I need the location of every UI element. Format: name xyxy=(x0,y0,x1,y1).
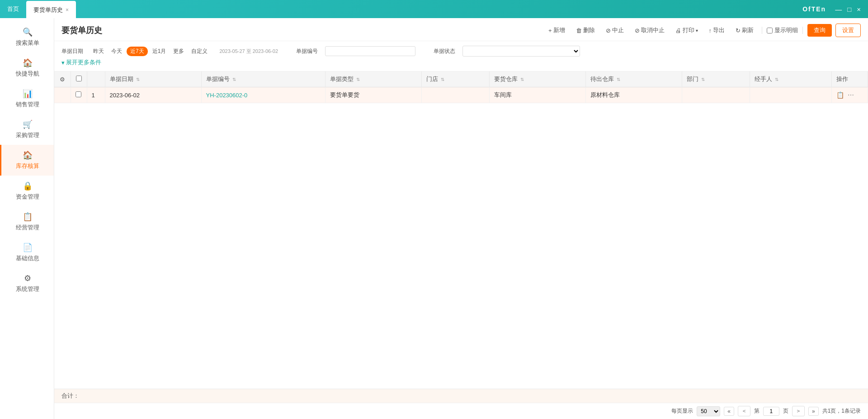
tab-close-icon[interactable]: × xyxy=(66,7,69,13)
op-view-icon[interactable]: 📋 xyxy=(836,91,844,99)
table-header-row: ⚙ 单据日期 ⇅ 单据编号 ⇅ xyxy=(54,71,868,87)
th-doc-date-label: 单据日期 xyxy=(110,76,133,82)
stop-button[interactable]: ⊘ 中止 xyxy=(602,24,627,36)
top-bar: 首页 要货单历史 × OfTEn — □ × xyxy=(0,0,868,18)
table-settings-icon[interactable]: ⚙ xyxy=(60,76,65,83)
sort-pending-wh-icon: ⇅ xyxy=(617,77,620,82)
next-page-button[interactable]: ＞ xyxy=(792,406,805,416)
content-area: 要货单历史 + 新增 🗑 删除 ⊘ 中止 ⊘ 取消中止 xyxy=(54,18,868,419)
sort-doc-no-icon: ⇅ xyxy=(232,77,236,82)
date-btn-custom[interactable]: 自定义 xyxy=(189,47,210,56)
sidebar-item-purchase-label: 采购管理 xyxy=(16,131,39,139)
pagination-bar: 每页显示 10 20 50 100 « ＜ 第 页 ＞ » 共1页，1条记录 xyxy=(54,403,868,419)
print-icon: 🖨 xyxy=(675,27,681,34)
lock-icon: 🔒 xyxy=(23,181,33,191)
show-detail-checkbox[interactable] xyxy=(767,28,773,33)
th-rowno xyxy=(87,71,105,87)
th-doc-no[interactable]: 单据编号 ⇅ xyxy=(201,71,325,87)
first-page-button[interactable]: « xyxy=(724,407,734,416)
page-size-select[interactable]: 10 20 50 100 xyxy=(697,406,720,416)
brand-text: OfTEn xyxy=(802,5,826,13)
page-number-input[interactable] xyxy=(763,407,779,416)
refresh-label: 刷新 xyxy=(742,26,754,34)
select-all-checkbox[interactable] xyxy=(76,76,82,81)
sidebar-item-quicknav-label: 快捷导航 xyxy=(16,70,39,78)
page-header: 要货单历史 + 新增 🗑 删除 ⊘ 中止 ⊘ 取消中止 xyxy=(54,18,868,41)
maximize-icon[interactable]: □ xyxy=(847,5,851,13)
export-button[interactable]: ↑ 导出 xyxy=(705,24,729,36)
settings-button[interactable]: 设置 xyxy=(835,24,861,37)
new-button[interactable]: + 新增 xyxy=(545,24,569,36)
expand-label: 展开更多条件 xyxy=(66,58,101,67)
tab-home[interactable]: 首页 xyxy=(0,0,26,18)
sidebar-item-sales[interactable]: 📊 销售管理 xyxy=(0,83,54,114)
th-department[interactable]: 部门 ⇅ xyxy=(682,71,750,87)
date-btn-today[interactable]: 今天 xyxy=(108,47,125,56)
th-req-warehouse-label: 要货仓库 xyxy=(494,76,518,82)
stop-label: 中止 xyxy=(612,26,624,34)
page-input-prefix: 第 xyxy=(754,407,760,415)
cancel-stop-button[interactable]: ⊘ 取消中止 xyxy=(631,24,668,36)
expand-more-conditions[interactable]: ▾ 展开更多条件 xyxy=(61,58,861,67)
th-pending-warehouse[interactable]: 待出仓库 ⇅ xyxy=(585,71,682,87)
print-button[interactable]: 🖨 打印 ▾ xyxy=(672,24,702,36)
sort-doc-date-icon: ⇅ xyxy=(136,77,140,82)
prev-page-button[interactable]: ＜ xyxy=(738,406,750,416)
date-btn-last1month[interactable]: 近1月 xyxy=(150,47,169,56)
operations-icon: 📋 xyxy=(23,212,33,222)
export-label: 导出 xyxy=(713,26,725,34)
tab-requisition-history[interactable]: 要货单历史 × xyxy=(26,1,76,19)
doc-no-link[interactable]: YH-20230602-0 xyxy=(206,92,248,99)
delete-label: 删除 xyxy=(583,26,595,34)
query-button[interactable]: 查询 xyxy=(807,24,832,37)
td-operations: 📋 ⋯ xyxy=(832,87,868,103)
print-arrow-icon: ▾ xyxy=(696,28,698,33)
new-label: 新增 xyxy=(553,26,565,34)
th-handler[interactable]: 经手人 ⇅ xyxy=(750,71,831,87)
td-doc-date: 2023-06-02 xyxy=(105,87,201,103)
th-operations: 操作 xyxy=(832,71,868,87)
delete-button[interactable]: 🗑 删除 xyxy=(572,24,599,36)
close-icon[interactable]: × xyxy=(857,5,861,13)
doc-no-input[interactable] xyxy=(325,46,415,56)
gear-icon: ⚙ xyxy=(24,273,31,283)
date-filter-label: 单据日期 xyxy=(61,48,83,55)
status-select[interactable] xyxy=(462,46,580,57)
row-checkbox[interactable] xyxy=(75,91,81,97)
table-body: 1 2023-06-02 YH-20230602-0 要货单要货 车间库 原材料… xyxy=(54,87,868,103)
td-store xyxy=(421,87,489,103)
doc-no-label: 单据编号 xyxy=(296,48,318,55)
sort-handler-icon: ⇅ xyxy=(775,77,778,82)
sidebar-item-purchase[interactable]: 🛒 采购管理 xyxy=(0,114,54,145)
sidebar-item-operations[interactable]: 📋 经营管理 xyxy=(0,206,54,237)
sidebar-item-quicknav[interactable]: 🏠 快捷导航 xyxy=(0,52,54,83)
th-req-warehouse[interactable]: 要货仓库 ⇅ xyxy=(489,71,585,87)
sidebar-item-operations-label: 经营管理 xyxy=(16,224,39,232)
sidebar-item-basicinfo[interactable]: 📄 基础信息 xyxy=(0,237,54,268)
sidebar-item-finance[interactable]: 🔒 资金管理 xyxy=(0,176,54,206)
th-store[interactable]: 门店 ⇅ xyxy=(421,71,489,87)
date-btn-last7days[interactable]: 近7天 xyxy=(127,47,148,56)
sidebar-item-finance-label: 资金管理 xyxy=(16,193,39,201)
td-pending-warehouse: 原材料仓库 xyxy=(585,87,682,103)
refresh-button[interactable]: ↻ 刷新 xyxy=(732,24,757,36)
last-page-button[interactable]: » xyxy=(808,407,819,416)
minimize-icon[interactable]: — xyxy=(835,5,842,13)
date-btn-yesterday[interactable]: 昨天 xyxy=(90,47,107,56)
th-doc-type[interactable]: 单据类型 ⇅ xyxy=(325,71,421,87)
td-handler xyxy=(750,87,831,103)
date-btn-more[interactable]: 更多 xyxy=(170,47,187,56)
divider2 xyxy=(802,27,803,34)
chart-icon: 📊 xyxy=(23,89,33,99)
print-label: 打印 xyxy=(683,26,694,34)
th-doc-date[interactable]: 单据日期 ⇅ xyxy=(105,71,201,87)
th-settings[interactable]: ⚙ xyxy=(54,71,71,87)
filter-area: 单据日期 昨天 今天 近7天 近1月 更多 自定义 2023-05-27 至 2… xyxy=(54,41,868,71)
sidebar-item-inventory[interactable]: 🏠 库存核算 xyxy=(0,145,54,176)
date-range-text: 2023-05-27 至 2023-06-02 xyxy=(219,48,278,55)
op-more-icon[interactable]: ⋯ xyxy=(848,91,854,99)
data-table: ⚙ 单据日期 ⇅ 单据编号 ⇅ xyxy=(54,71,868,103)
sidebar-item-system[interactable]: ⚙ 系统管理 xyxy=(0,268,54,299)
sort-doc-type-icon: ⇅ xyxy=(356,77,360,82)
sidebar-item-search[interactable]: 🔍 搜索菜单 xyxy=(0,22,54,52)
